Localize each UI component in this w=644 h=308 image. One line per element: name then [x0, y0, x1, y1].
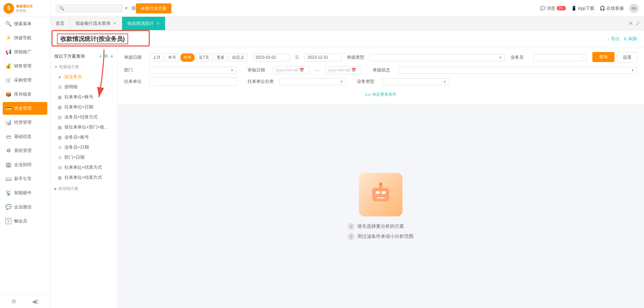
collapse-sidebar-icon[interactable]: ◀|| — [32, 298, 39, 305]
tab-bank[interactable]: 现金银行流水查询 ✕ — [70, 17, 122, 30]
salesperson-scheme-icon: ● — [57, 74, 62, 80]
counterpart-type-select[interactable]: ▼ — [279, 78, 346, 85]
date-7days[interactable]: 近7天 — [196, 53, 212, 62]
purchase-icon: 🛒 — [5, 77, 11, 83]
review-date-from[interactable]: yyyy-mm-dd 📅 — [273, 66, 310, 74]
export-btn[interactable]: ↑ 导出 — [607, 36, 620, 42]
business-type-select[interactable]: ▼ — [382, 78, 449, 85]
scheme-by-salesperson[interactable]: ● 按业务员 — [50, 72, 117, 82]
date-this-year[interactable]: 本年 — [180, 53, 195, 62]
scheme-salesperson-date[interactable]: ⊙ 业务员+日期 — [50, 142, 117, 152]
member-icon: V — [5, 218, 11, 224]
scheme-by-detail[interactable]: ⊞ 按明细 — [50, 82, 117, 92]
tab-home[interactable]: 首页 — [50, 17, 70, 30]
doc-type-select[interactable]: ▼ — [370, 54, 505, 61]
collapse-filter-btn[interactable]: ∧∧ 收起更多条件 — [124, 89, 637, 100]
smart-hw-icon: 📡 — [5, 190, 11, 196]
scheme-counterpart-date[interactable]: ▦ 往来单位+日期 — [50, 102, 117, 112]
scheme-settings-icon[interactable]: ⚙ — [104, 53, 108, 59]
sidebar-item-system[interactable]: ⚙ 系统管理 — [0, 144, 50, 158]
sidebar-item-inventory[interactable]: 📦 库存核算 — [0, 87, 50, 101]
sidebar-item-enterprise[interactable]: 🏢 企业协同 — [0, 158, 50, 172]
sidebar-item-smart-hw[interactable]: 📡 智能硬件 — [0, 186, 50, 200]
pc-group-arrow[interactable]: ▼ — [54, 65, 58, 69]
sidebar-item-operations[interactable]: 📊 经营管理 — [0, 115, 50, 130]
sidebar-item-purchase[interactable]: 🛒 采购管理 — [0, 73, 50, 87]
tab-receipt-close[interactable]: ✕ — [156, 21, 160, 26]
topbar-dropdown-arrow[interactable]: ▼ — [124, 6, 128, 11]
mobile-group-arrow[interactable]: ▶ — [54, 187, 57, 191]
date-last-month[interactable]: 上月 — [150, 53, 164, 62]
inventory-icon: 📦 — [5, 91, 11, 97]
scheme-salesperson-account[interactable]: ▦ 业务员+账号 — [50, 132, 117, 142]
scheme-counterpart-dept[interactable]: ▦ 按往来单位+部门+收... — [50, 122, 117, 132]
tip-num-1: 1 — [348, 223, 355, 230]
date-more[interactable]: 更多 — [214, 53, 228, 62]
page-header-actions: ↑ 导出 ↻ 刷新 — [607, 36, 638, 42]
sidebar-item-quick-nav[interactable]: ⚡ 快捷导航 — [0, 31, 50, 45]
tab-receipt[interactable]: 收款情况统计 ✕ — [122, 17, 165, 30]
dept-select[interactable]: ▼ — [150, 67, 237, 74]
counterpart-date-icon: ▦ — [57, 104, 62, 110]
solution-btn[interactable]: 体验行业方案 — [136, 3, 171, 13]
salesperson-label: 业务员 — [511, 54, 531, 60]
search-menu-icon: 🔍 — [5, 21, 11, 27]
sidebar-item-base-info[interactable]: 🗃 基础信息 — [0, 130, 50, 144]
doc-type-chevron: ▼ — [499, 56, 502, 59]
sidebar-item-member[interactable]: V 畅会员 — [0, 214, 50, 228]
tab-bank-close[interactable]: ✕ — [113, 21, 116, 26]
app-download-item[interactable]: 📱 App下载 — [571, 5, 594, 11]
tip-2: 2 用过滤条件来缩小分析范围 — [348, 233, 414, 240]
date-this-month[interactable]: 本月 — [165, 53, 179, 62]
add-scheme-icon[interactable]: + — [99, 53, 102, 59]
review-date-to[interactable]: yyyy-mm-dd 📅 — [325, 66, 362, 74]
scheme-panel-header: 按以下方案查询 + ⚙ « — [50, 51, 117, 62]
scheme-counterpart-settlement1[interactable]: ⊞ 往来单位+结算方式 — [50, 162, 117, 172]
filter-row-2: 部门 ▼ 审核日期 yyyy-mm-dd 📅 — yyyy-mm-dd 📅 单据 — [124, 66, 637, 74]
messages-item[interactable]: 💬 消息 99+ — [540, 5, 566, 11]
date-from-input[interactable]: 2023-01-01 — [253, 53, 289, 61]
topbar-gear-icon[interactable]: ⚙ — [131, 5, 136, 11]
settings-bottom-icon[interactable]: ⚙ — [11, 298, 16, 305]
empty-illustration — [359, 173, 402, 216]
query-button[interactable]: 查询 — [592, 52, 614, 62]
logo-area: 6 畅捷通好生 标准版 — [0, 0, 50, 17]
doc-status-chevron: ▼ — [631, 68, 634, 72]
collapse-panel-icon[interactable]: « — [110, 53, 113, 59]
sidebar-item-marketing[interactable]: 📢 营销推广 — [0, 45, 50, 59]
sidebar: 6 畅捷通好生 标准版 🔍 搜索菜单 ⚡ 快捷导航 📢 营销推广 💰 销售管理 … — [0, 0, 50, 308]
online-service-item[interactable]: 🎧 在线客服 — [600, 5, 624, 11]
settings-button[interactable]: 设置 — [617, 52, 637, 63]
finance-icon: 💳 — [5, 105, 11, 111]
base-info-icon: 🗃 — [5, 134, 11, 140]
scheme-counterpart-account[interactable]: ▦ 往来单位+账号 — [50, 92, 117, 102]
scheme-counterpart-settlement2[interactable]: ▦ 往来单位+结算方式 — [50, 172, 117, 183]
sidebar-item-guide[interactable]: 📖 新手引导 — [0, 172, 50, 186]
sidebar-item-search-menu[interactable]: 🔍 搜索菜单 — [0, 17, 50, 31]
doc-status-select[interactable]: ▼ — [398, 67, 637, 74]
topbar-search-box[interactable]: 🔍 — [56, 4, 123, 12]
sidebar-item-wechat[interactable]: 💬 企业微信 — [0, 200, 50, 214]
expand-tabs-icon[interactable]: ⤢ — [636, 20, 640, 27]
filter-row-1: 单据日期 上月 本月 本年 近7天 更多 自定义 2023-01-01 至 2 — [124, 52, 637, 63]
page-title: 收款情况统计(按业务员) — [57, 34, 128, 44]
scheme-dept-date[interactable]: ⊙ 部门+日期 — [50, 152, 117, 162]
sidebar-item-finance[interactable]: 💳 资金管理 — [3, 102, 47, 115]
pc-scheme-group: ▼ 电脑端方案 — [50, 62, 117, 72]
date-to-input[interactable]: 2023-12-31 — [305, 53, 341, 61]
system-icon: ⚙ — [5, 148, 11, 154]
refresh-btn[interactable]: ↻ 刷新 — [624, 36, 637, 42]
counterpart-settlement2-icon: ▦ — [57, 175, 62, 180]
user-avatar[interactable]: Rit — [629, 4, 639, 13]
date-separator: 至 — [295, 54, 299, 60]
date-custom[interactable]: 自定义 — [229, 53, 247, 62]
filter-area: 单据日期 上月 本月 本年 近7天 更多 自定义 2023-01-01 至 2 — [117, 48, 644, 104]
sidebar-item-sales[interactable]: 💰 销售管理 — [0, 59, 50, 73]
operations-icon: 📊 — [5, 119, 11, 125]
scheme-salesperson-settlement[interactable]: ▤ 业务员+结算方式 — [50, 112, 117, 122]
counterpart-select[interactable]: ··· — [150, 78, 237, 86]
close-all-tabs-icon[interactable]: ✕ — [629, 20, 633, 27]
calendar-icon-2: 📅 — [351, 68, 356, 72]
tip-1: 1 请先选择要分析的方案 — [348, 223, 414, 230]
salesperson-select[interactable]: ··· — [533, 54, 587, 61]
